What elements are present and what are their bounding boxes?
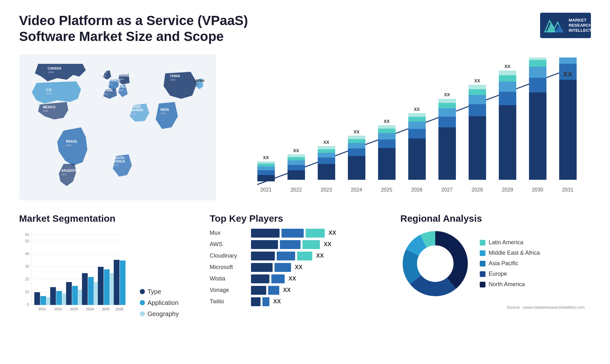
svg-text:JAPAN: JAPAN [194, 79, 204, 83]
player-value: XX [329, 230, 336, 236]
svg-rect-58 [318, 149, 335, 153]
svg-text:2021: 2021 [260, 187, 272, 192]
bar-chart-svg: XX XX XX XX [229, 57, 585, 204]
segmentation-title: Market Segmentation [19, 213, 197, 224]
donut-chart [400, 229, 470, 299]
svg-rect-65 [348, 136, 365, 139]
player-value: XX [295, 264, 302, 271]
segmentation-section: Market Segmentation 0 10 20 30 [19, 210, 197, 321]
svg-text:xx%: xx% [61, 173, 67, 176]
svg-text:XX: XX [293, 148, 299, 153]
svg-rect-86 [469, 104, 486, 116]
svg-text:2023: 2023 [70, 307, 78, 311]
svg-rect-105 [559, 57, 577, 64]
player-value: XX [273, 298, 281, 305]
svg-text:10: 10 [25, 290, 30, 294]
europe-label: Europe [489, 271, 507, 277]
player-bar: XX [251, 286, 381, 295]
application-dot [140, 300, 145, 305]
svg-rect-46 [257, 164, 275, 166]
svg-text:xx%: xx% [48, 71, 54, 74]
regional-legend: Latin America Middle East & Africa Asia … [480, 239, 540, 288]
svg-text:2021: 2021 [38, 307, 46, 311]
player-name: Microsoft [210, 264, 248, 271]
svg-rect-80 [438, 117, 456, 127]
svg-text:XX: XX [263, 155, 269, 160]
svg-rect-135 [40, 296, 46, 305]
mea-label: Middle East & Africa [489, 250, 540, 256]
latin-america-label: Latin America [489, 239, 523, 246]
svg-text:2022: 2022 [290, 187, 302, 192]
legend-mea: Middle East & Africa [480, 250, 540, 256]
svg-rect-98 [529, 78, 546, 92]
svg-rect-77 [408, 113, 426, 117]
legend-latin-america: Latin America [480, 239, 540, 246]
player-row: Cloudinary XX [210, 252, 381, 260]
svg-text:30: 30 [25, 264, 30, 269]
svg-rect-140 [66, 282, 72, 305]
svg-rect-150 [120, 260, 125, 305]
svg-text:AFRICA: AFRICA [113, 160, 125, 163]
svg-rect-53 [288, 154, 305, 157]
player-value: XX [283, 287, 291, 293]
svg-text:XX: XX [384, 119, 390, 124]
svg-text:INDIA: INDIA [160, 108, 169, 111]
svg-text:2027: 2027 [441, 187, 453, 192]
segmentation-legend: Type Application Geography [140, 282, 179, 318]
svg-rect-57 [318, 153, 335, 158]
svg-text:ARGENTINA: ARGENTINA [61, 169, 80, 172]
svg-text:2026: 2026 [411, 187, 423, 192]
svg-text:xx%: xx% [66, 144, 71, 147]
svg-text:CANADA: CANADA [48, 67, 61, 70]
latin-america-color [480, 240, 485, 246]
svg-text:xx%: xx% [107, 83, 113, 86]
player-name: Cloudinary [210, 253, 248, 259]
svg-rect-82 [438, 103, 456, 108]
svg-text:xx%: xx% [46, 92, 51, 95]
page-title: Video Platform as a Service (VPaaS) Soft… [19, 13, 267, 45]
svg-text:40: 40 [25, 252, 30, 256]
svg-rect-143 [82, 273, 88, 305]
player-name: Mux [210, 230, 248, 236]
svg-text:xx%: xx% [194, 83, 199, 86]
svg-text:0: 0 [27, 302, 29, 307]
svg-text:XX: XX [563, 70, 573, 78]
svg-text:RESEARCH: RESEARCH [569, 23, 591, 28]
legend-asia-pacific: Asia Pacific [480, 260, 540, 267]
svg-rect-103 [559, 80, 577, 180]
player-name: AWS [210, 241, 248, 248]
svg-text:2028: 2028 [471, 187, 483, 192]
svg-text:INTELLECT: INTELLECT [569, 28, 591, 33]
svg-rect-73 [408, 138, 426, 180]
svg-text:xx%: xx% [43, 109, 48, 112]
players-title: Top Key Players [210, 213, 381, 224]
svg-rect-138 [56, 291, 62, 305]
svg-rect-134 [34, 292, 40, 305]
asia-pacific-color [480, 261, 485, 266]
svg-text:xx%: xx% [170, 78, 175, 81]
legend-type: Type [140, 288, 179, 295]
svg-rect-47 [257, 161, 275, 164]
world-map-svg: CANADA xx% U.S. xx% MEXICO xx% BRAZIL xx… [19, 54, 216, 200]
svg-rect-64 [348, 139, 365, 143]
players-section: Top Key Players Mux XX AWS [203, 210, 388, 321]
logo-box: MARKET RESEARCH INTELLECT [540, 13, 591, 38]
svg-rect-71 [378, 125, 396, 129]
player-name: Wistia [210, 275, 248, 282]
player-row: Twilio XX [210, 297, 381, 306]
legend-europe: Europe [480, 271, 540, 277]
geography-dot [140, 311, 145, 316]
player-bar: XX [251, 252, 381, 260]
player-name: Vonage [210, 287, 248, 293]
north-america-label: North America [489, 281, 525, 288]
player-bar: XX [251, 274, 381, 283]
svg-text:2022: 2022 [54, 307, 62, 311]
svg-rect-52 [288, 157, 305, 160]
svg-text:2023: 2023 [321, 187, 332, 192]
svg-rect-55 [318, 164, 335, 180]
regional-inner: Latin America Middle East & Africa Asia … [400, 229, 585, 299]
svg-text:SAUDI: SAUDI [131, 105, 141, 108]
svg-text:MEXICO: MEXICO [43, 105, 56, 109]
player-row: Microsoft XX [210, 263, 381, 272]
svg-rect-63 [348, 143, 365, 148]
